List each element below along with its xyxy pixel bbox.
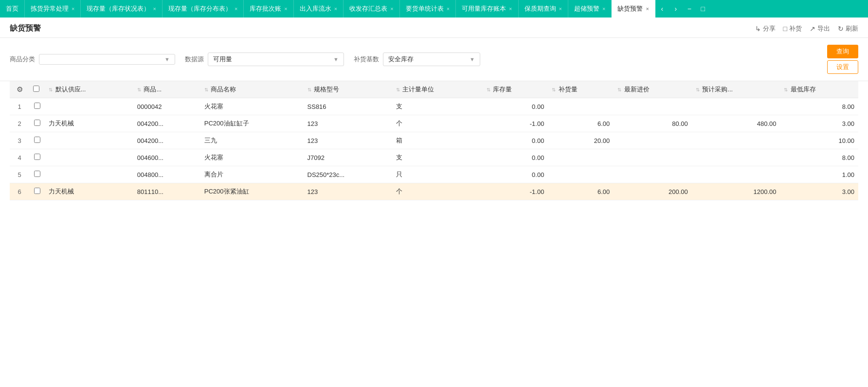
settings-button[interactable]: 设置 [827, 60, 858, 74]
replenish-basis-value: 安全库存 [388, 55, 414, 64]
row-num: 6 [10, 183, 29, 200]
close-icon[interactable]: × [390, 6, 393, 12]
category-label: 商品分类 [10, 55, 35, 64]
row-replenish: 6.00 [548, 183, 614, 200]
tab-home[interactable]: 首页 [0, 0, 25, 18]
row-supplier: 力天机械 [45, 183, 133, 200]
refresh-icon: ↻ [838, 25, 844, 33]
row-checkbox[interactable] [29, 166, 45, 183]
row-supplier [45, 166, 133, 183]
table-row: 1 0000042 火花塞 SS816 支 0.00 8.00 [10, 98, 858, 115]
row-checkbox[interactable] [29, 115, 45, 132]
tab-shortage[interactable]: 缺货预警 × [612, 0, 655, 18]
row-estimated-purchase: 1200.00 [692, 183, 780, 200]
share-icon: ↳ [755, 25, 761, 33]
chevron-down-icon: ▼ [164, 56, 170, 62]
sort-icon: ⇅ [617, 87, 621, 92]
sort-icon: ⇅ [49, 87, 53, 92]
table-body: 1 0000042 火花塞 SS816 支 0.00 8.00 2 力天机械 0… [10, 98, 858, 200]
datasource-value: 可用量 [213, 55, 232, 64]
row-estimated-purchase [692, 166, 780, 183]
close-icon[interactable]: × [559, 6, 562, 12]
share-button[interactable]: ↳ 分享 [755, 24, 776, 33]
row-supplier: 力天机械 [45, 115, 133, 132]
tab-stock-dist[interactable]: 现存量（库存分布表） × [163, 0, 244, 18]
row-stock: 0.00 [483, 132, 548, 149]
replenish-icon: □ [783, 25, 787, 33]
chevron-down-icon: ▼ [333, 56, 339, 62]
tab-scroll-left[interactable]: ‹ [655, 0, 669, 18]
close-icon[interactable]: × [153, 6, 156, 12]
tab-stock-status[interactable]: 现存量（库存状况表） × [81, 0, 162, 18]
row-min-stock: 1.00 [780, 166, 858, 183]
row-checkbox[interactable] [29, 183, 45, 200]
row-checkbox[interactable] [29, 149, 45, 166]
row-replenish: 6.00 [548, 115, 614, 132]
tab-batch[interactable]: 库存批次账 × [244, 0, 293, 18]
replenish-basis-select[interactable]: 安全库存 ▼ [383, 53, 480, 66]
refresh-button[interactable]: ↻ 刷新 [838, 24, 858, 33]
table-row: 5 004800... 离合片 DS250*23c... 只 0.00 1.00 [10, 166, 858, 183]
row-supplier [45, 149, 133, 166]
row-supplier [45, 132, 133, 149]
tab-requisition[interactable]: 要货单统计表 × [400, 0, 456, 18]
row-min-stock: 3.00 [780, 115, 858, 132]
datasource-select[interactable]: 可用量 ▼ [208, 53, 344, 66]
tab-summary[interactable]: 收发存汇总表 × [344, 0, 399, 18]
tab-expiry[interactable]: 保质期查询 × [519, 0, 568, 18]
row-product-code: 004200... [133, 115, 200, 132]
row-unit: 个 [392, 183, 483, 200]
category-select[interactable]: ▼ [39, 54, 175, 65]
th-supplier: ⇅ 默认供应... [45, 81, 133, 98]
tab-maximize[interactable]: □ [696, 0, 710, 18]
replenish-basis-filter-group: 补货基数 安全库存 ▼ [354, 53, 480, 66]
row-latest-price: 80.00 [614, 115, 691, 132]
row-unit: 支 [392, 149, 483, 166]
row-num: 5 [10, 166, 29, 183]
row-checkbox[interactable] [29, 132, 45, 149]
sort-icon: ⇅ [204, 87, 208, 92]
close-icon[interactable]: × [447, 6, 450, 12]
datasource-label: 数据源 [185, 55, 204, 64]
th-checkbox [29, 81, 45, 98]
tab-inout[interactable]: 出入库流水 × [294, 0, 344, 18]
row-stock: -1.00 [483, 183, 548, 200]
table-header-row: ⚙ ⇅ 默认供应... ⇅ 商品... ⇅ 商品名称 [10, 81, 858, 98]
row-estimated-purchase [692, 98, 780, 115]
close-icon[interactable]: × [334, 6, 337, 12]
query-button[interactable]: 查询 [827, 45, 858, 58]
th-product-code: ⇅ 商品... [133, 81, 200, 98]
filter-actions: 查询 设置 [827, 45, 858, 74]
tab-available[interactable]: 可用量库存账本 × [456, 0, 518, 18]
close-icon[interactable]: × [646, 6, 649, 12]
sort-icon: ⇅ [784, 87, 788, 92]
close-icon[interactable]: × [72, 6, 74, 12]
tab-scroll-right[interactable]: › [669, 0, 683, 18]
sort-icon: ⇅ [307, 87, 311, 92]
close-icon[interactable]: × [235, 6, 237, 12]
row-product-name: 三九 [200, 132, 304, 149]
tab-minimize[interactable]: − [683, 0, 696, 18]
row-latest-price [614, 132, 691, 149]
th-latest-price: ⇅ 最新进价 [614, 81, 691, 98]
row-checkbox[interactable] [29, 98, 45, 115]
th-estimated-purchase: ⇅ 预计采购... [692, 81, 780, 98]
replenish-button[interactable]: □ 补货 [783, 24, 802, 33]
table-row: 3 004200... 三九 123 箱 0.00 20.00 10.00 [10, 132, 858, 149]
data-table: ⚙ ⇅ 默认供应... ⇅ 商品... ⇅ 商品名称 [10, 81, 858, 200]
export-button[interactable]: ↗ 导出 [810, 24, 830, 33]
close-icon[interactable]: × [602, 6, 605, 12]
row-latest-price [614, 149, 691, 166]
tab-overstock[interactable]: 超储预警 × [568, 0, 612, 18]
gear-icon[interactable]: ⚙ [17, 85, 23, 93]
close-icon[interactable]: × [284, 6, 287, 12]
row-replenish [548, 149, 614, 166]
close-icon[interactable]: × [509, 6, 512, 12]
select-all-checkbox[interactable] [33, 86, 39, 92]
th-replenish: ⇅ 补货量 [548, 81, 614, 98]
tab-picking[interactable]: 拣货异常处理 × [25, 0, 81, 18]
row-num: 2 [10, 115, 29, 132]
sort-icon: ⇅ [487, 87, 490, 92]
sort-icon: ⇅ [552, 87, 556, 92]
row-spec: 123 [304, 115, 392, 132]
